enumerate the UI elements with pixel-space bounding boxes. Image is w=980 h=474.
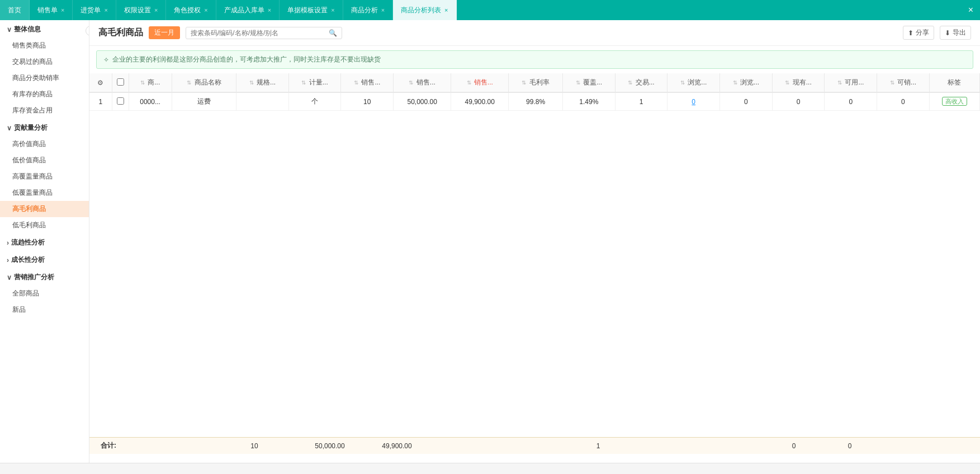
nav-item-template[interactable]: 单据模板设置 ×: [280, 0, 343, 20]
close-role-tab[interactable]: ×: [204, 7, 207, 13]
nav-item-analysis[interactable]: 商品分析 ×: [343, 0, 393, 20]
settings-icon[interactable]: ⚙: [97, 79, 103, 87]
sidebar-item-high-coverage[interactable]: 高覆盖量商品: [0, 168, 89, 185]
cell-current: 0: [772, 92, 825, 111]
col-header-available: ⇅ 可用...: [825, 73, 877, 92]
sidebar-item-high-value[interactable]: 高价值商品: [0, 136, 89, 152]
close-analysis-tab[interactable]: ×: [381, 7, 385, 13]
row-checkbox[interactable]: [117, 97, 124, 105]
col-header-sellable: ⇅ 可销...: [877, 73, 930, 92]
cell-gross-rate: 99.8%: [509, 92, 563, 111]
footer-sales1: 10: [212, 442, 296, 450]
close-sales-tab[interactable]: ×: [61, 7, 64, 13]
table-container[interactable]: ⚙ ⇅ 商... ⇅ 商品名称: [89, 73, 980, 474]
nav-item-home[interactable]: 首页: [0, 0, 30, 20]
sort-icon[interactable]: ⇅: [140, 79, 145, 86]
sort-icon-sales2[interactable]: ⇅: [409, 79, 413, 86]
sidebar-item-low-margin[interactable]: 低毛利商品: [0, 217, 89, 233]
nav-item-purchase[interactable]: 进货单 ×: [73, 0, 116, 20]
search-input[interactable]: [191, 29, 326, 37]
arrow-icon-4: ›: [7, 256, 9, 264]
sidebar-item-stock-capital[interactable]: 库存资金占用: [0, 102, 89, 119]
sort-icon-browse2[interactable]: ⇅: [733, 79, 737, 86]
close-permission-tab[interactable]: ×: [154, 7, 158, 13]
sort-icon-sales3[interactable]: ⇅: [467, 79, 471, 86]
col-header-sales3: ⇅ 销售...: [451, 73, 509, 92]
cell-browse1[interactable]: 0: [667, 92, 720, 111]
top-nav-bar: 首页 销售单 × 进货单 × 权限设置 × 角色授权 × 产成品入库单 × 单据…: [0, 0, 980, 20]
sidebar-group-marketing[interactable]: ∨ 营销推广分析: [0, 268, 89, 285]
sort-icon-spec[interactable]: ⇅: [249, 79, 254, 86]
col-header-browse1: ⇅ 浏览...: [667, 73, 720, 92]
cell-check: [112, 92, 129, 111]
sidebar-group-trend[interactable]: › 流趋性分析: [0, 233, 89, 251]
col-header-sales2: ⇅ 销售...: [394, 73, 451, 92]
sidebar-item-low-value[interactable]: 低价值商品: [0, 152, 89, 168]
sidebar-item-sales-goods[interactable]: 销售类商品: [0, 37, 89, 54]
sort-icon-gross[interactable]: ⇅: [522, 79, 526, 86]
sort-icon-sales1[interactable]: ⇅: [354, 79, 358, 86]
table-header-row: ⚙ ⇅ 商... ⇅ 商品名称: [89, 73, 980, 92]
sidebar: « ∨ 整体信息 销售类商品 交易过的商品 商品分类助销率 有库存的商品 库存资…: [0, 20, 89, 474]
sidebar-item-new-goods[interactable]: 新品: [0, 302, 89, 318]
col-header-unit: ⇅ 计量...: [288, 73, 341, 92]
close-purchase-tab[interactable]: ×: [104, 7, 107, 13]
nav-item-permission[interactable]: 权限设置 ×: [116, 0, 166, 20]
bottom-scroll-bar[interactable]: [0, 463, 980, 474]
col-header-spec: ⇅ 规格...: [236, 73, 289, 92]
sort-icon-transaction[interactable]: ⇅: [628, 79, 632, 86]
col-header-gross: ⇅ 毛利率: [509, 73, 563, 92]
close-analysis-list-tab[interactable]: ×: [444, 7, 448, 13]
table-row: 1 0000... 运费 个 10 50,000.00 49,900.00 99: [89, 92, 980, 111]
footer-current: 0: [766, 442, 822, 450]
footer-sales2: 50,000.00: [296, 442, 363, 450]
nav-item-role[interactable]: 角色授权 ×: [166, 0, 216, 20]
nav-item-analysis-list[interactable]: 商品分析列表 ×: [393, 0, 456, 20]
export-button[interactable]: ⬇ 导出: [940, 26, 971, 40]
sidebar-group-overall[interactable]: ∨ 整体信息: [0, 20, 89, 37]
sort-icon-available[interactable]: ⇅: [837, 79, 842, 86]
close-template-tab[interactable]: ×: [331, 7, 334, 13]
sort-icon-unit[interactable]: ⇅: [301, 79, 306, 86]
select-all-checkbox[interactable]: [117, 78, 124, 86]
search-icon[interactable]: 🔍: [329, 29, 337, 37]
sort-icon-coverage[interactable]: ⇅: [576, 79, 580, 86]
header-actions: ⬆ 分享 ⬇ 导出: [903, 26, 971, 40]
nav-item-sales[interactable]: 销售单 ×: [30, 0, 73, 20]
sort-icon-browse1[interactable]: ⇅: [680, 79, 685, 86]
nav-item-inbound[interactable]: 产成品入库单 ×: [216, 0, 280, 20]
browse1-link[interactable]: 0: [692, 98, 695, 106]
content-header: 高毛利商品 近一月 🔍 ⬆ 分享 ⬇ 导出: [89, 20, 980, 46]
sort-icon-name[interactable]: ⇅: [187, 79, 191, 86]
total-label: 合计:: [89, 441, 212, 450]
cell-browse2: 0: [720, 92, 773, 111]
sidebar-item-category-rate[interactable]: 商品分类助销率: [0, 70, 89, 86]
sort-icon-sellable[interactable]: ⇅: [890, 79, 894, 86]
sidebar-item-high-margin[interactable]: 高毛利商品: [0, 201, 89, 217]
sidebar-item-in-stock[interactable]: 有库存的商品: [0, 86, 89, 102]
sidebar-group-contribution[interactable]: ∨ 贡献量分析: [0, 119, 89, 136]
col-header-browse2: ⇅ 浏览...: [720, 73, 773, 92]
cell-name: 运费: [172, 92, 236, 111]
filter-recent-month-button[interactable]: 近一月: [149, 26, 180, 39]
sidebar-group-growth[interactable]: › 成长性分析: [0, 251, 89, 268]
footer-cells: 10 50,000.00 49,900.00 1 0 0: [212, 442, 980, 450]
export-icon: ⬇: [945, 29, 950, 37]
sidebar-item-low-coverage[interactable]: 低覆盖量商品: [0, 185, 89, 201]
sort-icon-current[interactable]: ⇅: [785, 79, 789, 86]
sidebar-item-traded-goods[interactable]: 交易过的商品: [0, 54, 89, 70]
cell-spec: [236, 92, 289, 111]
sidebar-item-all-goods[interactable]: 全部商品: [0, 285, 89, 302]
share-button[interactable]: ⬆ 分享: [903, 26, 934, 40]
tag-badge: 高收入: [942, 97, 967, 106]
close-all-tabs[interactable]: ×: [962, 5, 980, 15]
close-inbound-tab[interactable]: ×: [268, 7, 271, 13]
arrow-icon: ∨: [7, 26, 12, 34]
data-table: ⚙ ⇅ 商... ⇅ 商品名称: [89, 73, 980, 111]
main-layout: « ∨ 整体信息 销售类商品 交易过的商品 商品分类助销率 有库存的商品 库存资…: [0, 20, 980, 474]
arrow-icon-2: ∨: [7, 124, 12, 132]
footer-spacer2: [498, 442, 565, 450]
col-header-transaction: ⇅ 交易...: [615, 73, 667, 92]
cell-coverage: 1.49%: [562, 92, 615, 111]
cell-unit: 个: [288, 92, 341, 111]
